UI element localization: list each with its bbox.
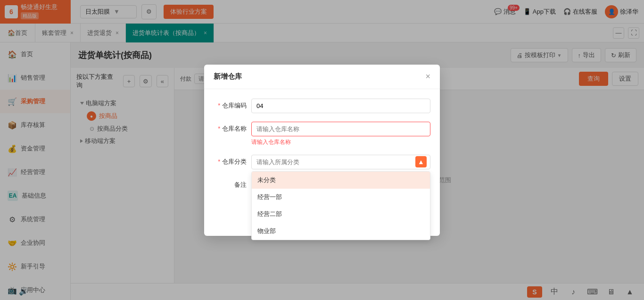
modal-title: 新增仓库 bbox=[214, 72, 242, 81]
modal-overlay: 新增仓库 × 仓库编码 仓库名称 请输入仓库名称 仓库分类 bbox=[0, 0, 644, 300]
category-dropdown: 未分类 经营一部 经营二部 物业部 bbox=[251, 171, 430, 240]
dropdown-item-2[interactable]: 经营二部 bbox=[252, 206, 430, 223]
dropdown-item-1[interactable]: 经营一部 bbox=[252, 189, 430, 206]
name-label: 仓库名称 bbox=[214, 122, 251, 133]
remark-label: 备注 bbox=[214, 178, 251, 189]
form-row-name: 仓库名称 请输入仓库名称 bbox=[214, 122, 430, 146]
form-row-category: 仓库分类 ▲ 未分类 经营一部 经营二部 物业部 bbox=[214, 155, 430, 169]
category-input[interactable] bbox=[251, 155, 430, 169]
modal-close-button[interactable]: × bbox=[425, 72, 430, 81]
category-label: 仓库分类 bbox=[214, 155, 251, 166]
modal-header: 新增仓库 × bbox=[204, 65, 440, 89]
modal-body: 仓库编码 仓库名称 请输入仓库名称 仓库分类 ▲ bbox=[204, 89, 440, 206]
code-input[interactable] bbox=[251, 99, 430, 113]
code-field bbox=[251, 99, 430, 113]
category-toggle-button[interactable]: ▲ bbox=[415, 156, 427, 167]
category-input-wrap: ▲ bbox=[251, 155, 430, 169]
category-field: ▲ 未分类 经营一部 经营二部 物业部 bbox=[251, 155, 430, 169]
dropdown-item-3[interactable]: 物业部 bbox=[252, 223, 430, 240]
dropdown-item-0[interactable]: 未分类 bbox=[252, 172, 430, 189]
name-error-tip: 请输入仓库名称 bbox=[251, 138, 430, 146]
form-row-code: 仓库编码 bbox=[214, 99, 430, 113]
modal-add-warehouse: 新增仓库 × 仓库编码 仓库名称 请输入仓库名称 仓库分类 bbox=[204, 65, 440, 236]
name-field: 请输入仓库名称 bbox=[251, 122, 430, 146]
code-label: 仓库编码 bbox=[214, 99, 251, 110]
name-input[interactable] bbox=[251, 122, 430, 136]
